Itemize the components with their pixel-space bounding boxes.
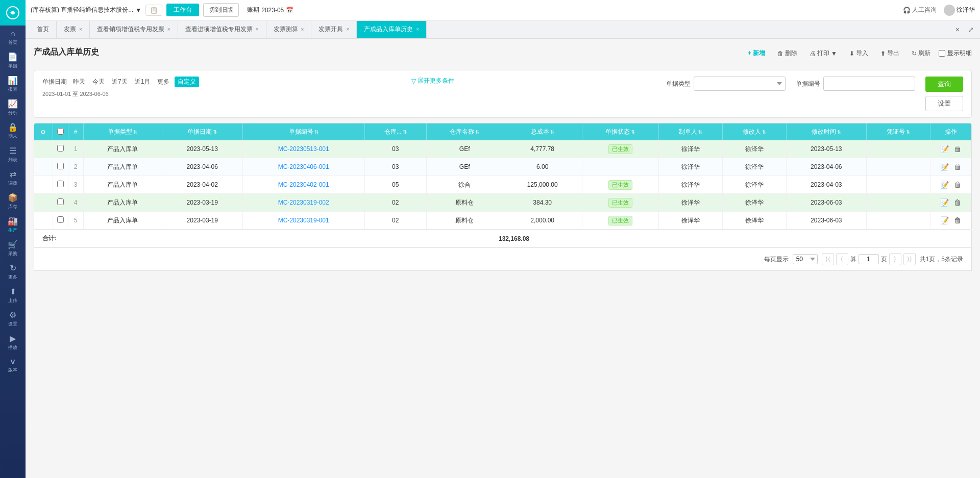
col-settings[interactable]: ⚙ (34, 123, 53, 140)
sidebar-item-production[interactable]: 🏭 生产 (0, 213, 26, 237)
shortcut-7days[interactable]: 近7天 (110, 77, 130, 87)
shortcut-more[interactable]: 更多 (155, 77, 172, 87)
row-edit-button[interactable]: 📝 (939, 180, 950, 190)
sidebar-item-home[interactable]: ⌂ 首页 (0, 26, 26, 49)
prev-page-button[interactable]: ⟨ (836, 253, 848, 265)
row-delete-button[interactable]: 🗑 (953, 162, 962, 172)
tab-purchase-vat[interactable]: 查看进项增值税专用发票 × (178, 21, 266, 38)
tab-invoice-calc[interactable]: 发票测算 × (266, 21, 312, 38)
tab-sales-vat-close[interactable]: × (167, 27, 170, 32)
show-detail-checkbox[interactable]: 显示明细 (939, 49, 972, 58)
old-version-button[interactable]: 切到旧版 (203, 3, 239, 17)
sidebar-item-play[interactable]: ▶ 播放 (0, 331, 26, 354)
row-delete-button[interactable]: 🗑 (953, 180, 962, 190)
refresh-button[interactable]: ↻ 刷新 (908, 47, 935, 60)
sidebar-item-purchase[interactable]: 🛒 采购 (0, 237, 26, 260)
col-wh-code-header[interactable]: 仓库...⇅ (364, 123, 426, 140)
query-button[interactable]: 查询 (925, 77, 963, 92)
col-modtime-header[interactable]: 修改时间⇅ (786, 123, 866, 140)
per-page-select[interactable]: 20 50 100 (793, 254, 818, 264)
row-checkbox-cell[interactable] (53, 212, 68, 230)
row-checkbox[interactable] (57, 216, 64, 223)
sidebar-item-more[interactable]: ↻ 更多 (0, 260, 26, 284)
row-number-cell[interactable]: MC-20230319-001 (242, 212, 364, 230)
row-number-cell[interactable]: MC-20230319-002 (242, 194, 364, 212)
user-menu[interactable]: 徐泽华 (944, 5, 975, 16)
tab-product-history-close[interactable]: × (416, 27, 419, 32)
shortcut-yesterday[interactable]: 昨天 (71, 77, 87, 87)
col-date-header[interactable]: 单据日期⇅ (162, 123, 242, 140)
expand-conditions-button[interactable]: ▽ 展开更多条件 (411, 77, 454, 85)
service-button[interactable]: 🎧 人工咨询 (903, 6, 937, 14)
tab-invoice-open-close[interactable]: × (346, 27, 349, 32)
sidebar-item-chart[interactable]: 📊 报表 (0, 72, 26, 96)
row-number-cell[interactable]: MC-20230402-001 (242, 176, 364, 194)
tab-close-all-button[interactable]: × (953, 24, 962, 35)
row-checkbox[interactable] (57, 163, 64, 169)
sidebar-item-settings[interactable]: ⚙ 设置 (0, 307, 26, 331)
tab-invoice-close[interactable]: × (79, 27, 82, 32)
select-all-checkbox[interactable] (57, 128, 64, 135)
row-edit-button[interactable]: 📝 (939, 215, 950, 225)
col-type-header[interactable]: 单据类型⇅ (83, 123, 162, 140)
export-button[interactable]: ⬆ 导出 (876, 47, 903, 60)
copy-button[interactable]: 📋 (145, 5, 162, 16)
row-edit-button[interactable]: 📝 (939, 144, 950, 154)
sidebar-item-upload[interactable]: ⬆ 上传 (0, 284, 26, 307)
last-page-button[interactable]: ⟩⟩ (903, 253, 916, 265)
col-checkbox-header[interactable] (53, 123, 68, 140)
type-filter-select[interactable]: 产品入库单 (694, 77, 786, 91)
row-checkbox-cell[interactable] (53, 158, 68, 176)
col-modifier-header[interactable]: 修改人⇅ (722, 123, 786, 140)
row-checkbox[interactable] (57, 145, 64, 152)
col-cost-header[interactable]: 总成本⇅ (503, 123, 582, 140)
col-voucher-header[interactable]: 凭证号⇅ (867, 123, 930, 140)
shortcut-today[interactable]: 今天 (90, 77, 107, 87)
show-detail-input[interactable] (939, 50, 945, 57)
row-edit-button[interactable]: 📝 (939, 162, 950, 172)
tab-invoice-open[interactable]: 发票开具 × (311, 21, 357, 38)
row-checkbox[interactable] (57, 198, 64, 205)
number-filter-input[interactable] (823, 77, 915, 91)
sidebar-item-list[interactable]: ☰ 列表 (0, 143, 26, 166)
sidebar-item-inventory[interactable]: 📦 库存 (0, 190, 26, 213)
col-status-header[interactable]: 单据状态⇅ (582, 123, 658, 140)
shortcut-custom[interactable]: 自定义 (175, 77, 199, 87)
set-button[interactable]: 设置 (925, 96, 963, 111)
tab-expand-button[interactable]: ⤢ (966, 24, 976, 35)
import-button[interactable]: ⬇ 导入 (845, 47, 872, 60)
print-button[interactable]: 🖨 打印 ▼ (805, 47, 841, 60)
col-wh-name-header[interactable]: 仓库名称⇅ (426, 123, 503, 140)
first-page-button[interactable]: ⟨⟨ (822, 253, 834, 265)
tab-home[interactable]: 首页 (30, 21, 57, 38)
sidebar-item-transfer[interactable]: ⇄ 调拨 (0, 166, 26, 190)
calendar-icon[interactable]: 📅 (286, 7, 293, 14)
row-number-cell[interactable]: MC-20230513-001 (242, 140, 364, 158)
tab-invoice[interactable]: 发票 × (57, 21, 90, 38)
workbench-button[interactable]: 工作台 (166, 4, 199, 16)
row-number-cell[interactable]: MC-20230406-001 (242, 158, 364, 176)
new-button[interactable]: + 新增 (744, 47, 769, 60)
tab-purchase-vat-close[interactable]: × (256, 27, 259, 32)
col-number-header[interactable]: 单据编号⇅ (242, 123, 364, 140)
row-checkbox-cell[interactable] (53, 194, 68, 212)
sidebar-item-doc[interactable]: 📄 单据 (0, 49, 26, 72)
next-page-button[interactable]: ⟩ (889, 253, 901, 265)
sidebar-item-lock[interactable]: 🔒 期末 (0, 119, 26, 143)
page-number-input[interactable] (859, 254, 879, 264)
sidebar-item-version[interactable]: V 版本 (0, 354, 26, 378)
row-edit-button[interactable]: 📝 (939, 197, 950, 208)
row-delete-button[interactable]: 🗑 (953, 144, 962, 154)
row-delete-button[interactable]: 🗑 (953, 197, 962, 208)
tab-product-history[interactable]: 产成品入库单历史 × (357, 21, 427, 38)
tab-invoice-calc-close[interactable]: × (301, 27, 304, 32)
row-checkbox-cell[interactable] (53, 176, 68, 194)
tab-sales-vat[interactable]: 查看销项增值税专用发票 × (90, 21, 178, 38)
col-creator-header[interactable]: 制单人⇅ (658, 123, 722, 140)
row-delete-button[interactable]: 🗑 (953, 215, 962, 225)
sidebar-item-analytics[interactable]: 📈 分析 (0, 96, 26, 119)
sidebar-logo[interactable] (0, 0, 26, 26)
row-checkbox-cell[interactable] (53, 140, 68, 158)
company-selector[interactable]: (库存核算) 直播轻纯通信息技术股份... ▼ (31, 6, 141, 14)
shortcut-1month[interactable]: 近1月 (133, 77, 153, 87)
